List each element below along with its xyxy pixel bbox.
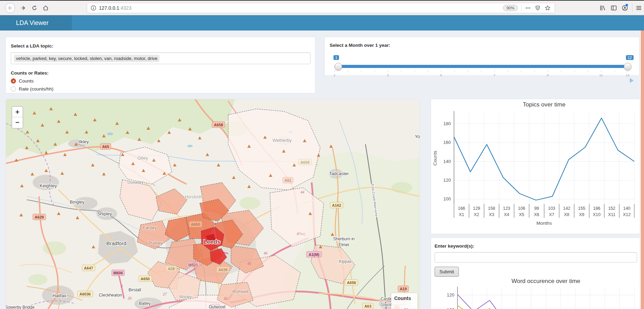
slider-minor-tick <box>521 70 521 72</box>
x-tick-name: X11 <box>608 212 615 217</box>
x-tick-value: 152 <box>608 206 616 211</box>
library-icon <box>600 5 606 11</box>
slider-handle-to[interactable] <box>624 63 631 70</box>
slider-minor-tick <box>561 70 561 72</box>
reload-button[interactable] <box>29 3 40 13</box>
submit-button[interactable]: Submit <box>435 267 459 277</box>
svg-text:A650: A650 <box>191 222 200 226</box>
slider-tick-grid: 135791112 <box>335 70 628 77</box>
topic-selected-value[interactable]: vehicle, parked, key, secure, locked, st… <box>14 55 159 62</box>
x-tick-name: X10 <box>593 212 601 217</box>
x-tick-value: 166 <box>458 206 465 211</box>
slider-minor-tick <box>588 70 588 72</box>
y-tick-label: 140 <box>443 159 451 164</box>
map-zoom-in-button[interactable]: + <box>12 107 23 117</box>
road-shield-a61: A61 <box>283 177 293 183</box>
site-info-icon[interactable] <box>91 5 96 11</box>
x-tick-name: X6 <box>534 212 539 217</box>
y-axis-title: Counts <box>432 151 438 165</box>
slider-minor-tick <box>454 70 455 72</box>
library-button[interactable] <box>600 5 606 12</box>
url-bar[interactable]: 127.0.0.1:4323 90% <box>87 3 555 13</box>
bookmark-star-button[interactable] <box>545 5 551 11</box>
browser-toolbar: 127.0.0.1:4323 90% <box>0 1 644 15</box>
road-shield-a650: A650 <box>139 276 151 282</box>
map-panel: + − Counts - 50 <box>6 99 420 309</box>
slider-tick-label: 3 <box>387 73 389 77</box>
road-shield-a629: A629 <box>33 214 46 220</box>
x-axis-title: Months <box>536 221 552 226</box>
svg-text:M606: M606 <box>113 271 123 275</box>
x-tick-value: 129 <box>473 206 480 211</box>
slider-track[interactable] <box>335 65 628 68</box>
radio-unselected-icon[interactable] <box>11 86 16 92</box>
map-town-label: Guiseley <box>127 180 144 185</box>
word-occurrence-chart: 120100Word occurence over time <box>435 277 636 309</box>
map-town-label: Bradford <box>106 240 126 246</box>
map-zoom-control: + − <box>11 106 23 129</box>
y-tick-label: 120 <box>447 292 454 298</box>
slider-handle-from[interactable] <box>335 63 342 70</box>
x-tick-name: X2 <box>474 212 479 217</box>
back-button[interactable] <box>5 3 15 13</box>
toolbar-separator <box>632 4 633 12</box>
slider-play-button[interactable] <box>630 78 634 83</box>
slider-minor-tick <box>614 70 615 72</box>
map-town-label: Tadcaster <box>329 171 349 176</box>
svg-text:A6036: A6036 <box>80 292 91 296</box>
svg-text:A658: A658 <box>214 123 223 127</box>
topic-select-input[interactable]: vehicle, parked, key, secure, locked, st… <box>11 52 311 64</box>
road-shield-a1m: A1(M) <box>306 251 322 257</box>
zoom-level-badge[interactable]: 90% <box>503 5 518 11</box>
radio-option-label: Rate (counts/hh) <box>19 86 53 92</box>
slider-minor-tick <box>441 70 441 72</box>
keyword-input[interactable] <box>435 252 637 263</box>
legend-color-ramp <box>394 304 399 309</box>
radio-option-label: Counts <box>19 78 34 84</box>
x-tick-value: 140 <box>623 206 630 211</box>
sidebars-button[interactable] <box>611 5 617 12</box>
svg-text:A19: A19 <box>400 287 407 291</box>
x-tick-value: 155 <box>578 206 585 211</box>
home-button[interactable] <box>40 3 51 13</box>
svg-text:A58: A58 <box>168 267 175 271</box>
slider-minor-tick <box>481 70 481 72</box>
month-slider-panel: Select a Month over 1 year: 1 12 1357911… <box>324 37 639 76</box>
motorway-junction-label: 47 <box>297 232 301 236</box>
x-tick-value: 106 <box>518 206 525 211</box>
topics-chart-panel: 100120140160180166X1129X2158X3123X4106X5… <box>431 99 640 234</box>
app-title[interactable]: LDA Viewer <box>0 15 72 31</box>
map-town-label: Shipley <box>97 211 112 216</box>
y-tick-label: 160 <box>443 140 451 145</box>
ellipsis-icon <box>525 5 531 11</box>
motorway-junction-label: 44 <box>300 190 305 194</box>
radio-option-rate-counts-hh-[interactable]: Rate (counts/hh) <box>11 86 310 92</box>
menu-button[interactable] <box>636 5 642 12</box>
map-town-label: Farsley <box>143 225 156 230</box>
map-zoom-out-button[interactable]: − <box>12 117 23 128</box>
slider-minor-tick <box>414 70 415 72</box>
forward-button[interactable] <box>18 3 28 13</box>
svg-text:A656: A656 <box>347 281 356 285</box>
radio-selected-icon[interactable] <box>11 78 16 84</box>
x-tick-name: X5 <box>519 212 524 217</box>
slider-minor-tick <box>361 70 362 72</box>
map-town-label: Morley <box>179 294 192 299</box>
chart-title: Topics over time <box>523 101 565 108</box>
x-tick-name: X7 <box>549 212 554 217</box>
leaflet-map[interactable]: A65A658A629A650A647M606A6036A162A1(M)A19… <box>6 99 420 309</box>
month-range-slider[interactable]: 1 12 135791112 <box>330 57 634 78</box>
map-town-label: Bingley <box>70 199 85 205</box>
urlbar-separator <box>521 5 522 11</box>
month-slider-label: Select a Month over 1 year: <box>330 43 390 48</box>
road-shield-a6036: A6036 <box>77 291 93 297</box>
page-scrollbar[interactable] <box>641 31 644 309</box>
x-tick-value: 99 <box>534 206 539 211</box>
slider-tick-label: 5 <box>440 73 442 77</box>
pocket-button[interactable] <box>535 5 540 11</box>
page-actions-button[interactable] <box>525 5 531 11</box>
y-tick-label: 180 <box>443 121 451 126</box>
svg-text:A1(M): A1(M) <box>309 252 320 257</box>
map-town-label: Outwood <box>209 304 225 309</box>
radio-option-counts[interactable]: Counts <box>11 78 310 84</box>
